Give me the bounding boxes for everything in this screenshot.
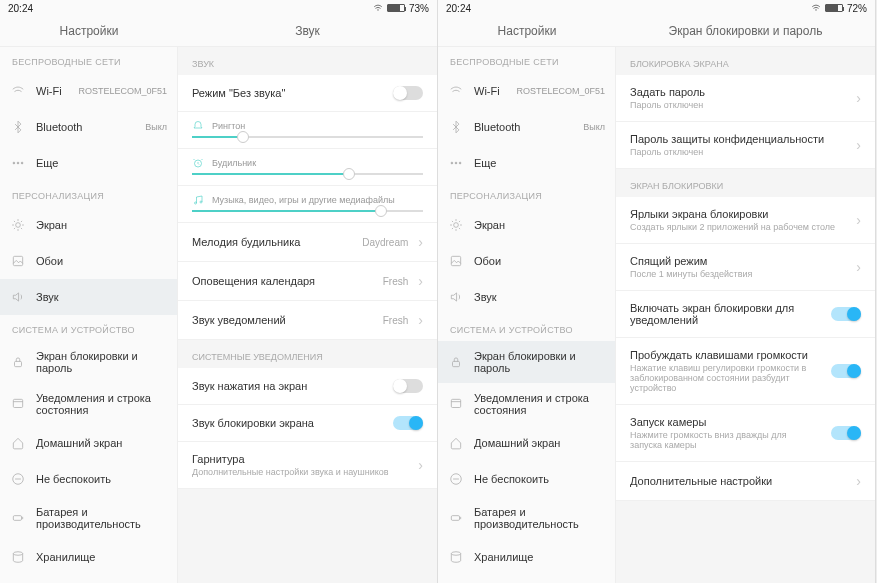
- launch-camera-row[interactable]: Запуск камерыНажмите громкость вниз дваж…: [616, 405, 875, 462]
- sidebar-item-lockscreen[interactable]: Экран блокировки и пароль: [0, 341, 177, 383]
- wake-volume-toggle[interactable]: [831, 364, 861, 378]
- notif-sound-row[interactable]: Звук уведомлений Fresh ›: [178, 301, 437, 340]
- additional-settings-row[interactable]: Дополнительные настройки ›: [616, 462, 875, 501]
- wifi-icon: [811, 3, 821, 13]
- svg-point-1: [17, 162, 19, 164]
- sidebar-item-bluetooth[interactable]: Bluetooth Выкл: [0, 109, 177, 145]
- wake-notif-row[interactable]: Включать экран блокировки для уведомлени…: [616, 291, 875, 338]
- lock-icon: [448, 354, 464, 370]
- wifi-icon: [10, 83, 26, 99]
- wake-notif-toggle[interactable]: [831, 307, 861, 321]
- headset-row[interactable]: ГарнитураДополнительные настройки звука …: [178, 442, 437, 489]
- battery-icon: [825, 4, 843, 12]
- chevron-right-icon: ›: [856, 90, 861, 106]
- svg-rect-8: [13, 516, 21, 521]
- alarm-slider-row[interactable]: Будильник: [178, 149, 437, 186]
- detail-title: Экран блокировки и пароль: [616, 16, 875, 46]
- chevron-right-icon: ›: [856, 259, 861, 275]
- detail-pane-sound: ЗВУК Режим "Без звука" Рингтон Будильник…: [178, 47, 437, 583]
- wallpaper-icon: [10, 253, 26, 269]
- sidebar-item-wifi[interactable]: Wi-Fi ROSTELECOM_0F51: [438, 73, 615, 109]
- launch-camera-toggle[interactable]: [831, 426, 861, 440]
- status-time: 20:24: [8, 3, 33, 14]
- sidebar-item-wifi[interactable]: Wi-Fi ROSTELECOM_0F51: [0, 73, 177, 109]
- settings-sidebar[interactable]: БЕСПРОВОДНЫЕ СЕТИ Wi-Fi ROSTELECOM_0F51 …: [438, 47, 616, 583]
- svg-rect-18: [451, 399, 460, 407]
- display-icon: [448, 217, 464, 233]
- sidebar-item-battery[interactable]: Батарея и производительность: [0, 497, 177, 539]
- sidebar-item-homescreen[interactable]: Домашний экран: [438, 425, 615, 461]
- slider-thumb[interactable]: [343, 168, 355, 180]
- storage-icon: [10, 549, 26, 565]
- sound-icon: [448, 289, 464, 305]
- chevron-right-icon: ›: [856, 137, 861, 153]
- detail-pane-lockscreen: БЛОКИРОВКА ЭКРАНА Задать парольПароль от…: [616, 47, 875, 583]
- sidebar-item-storage[interactable]: Хранилище: [438, 539, 615, 575]
- lockscreen-sound-row[interactable]: Звук блокировки экрана: [178, 405, 437, 442]
- sidebar-item-more[interactable]: Еще: [438, 145, 615, 181]
- calendar-alerts-row[interactable]: Оповещения календаря Fresh ›: [178, 262, 437, 301]
- ringtone-slider-row[interactable]: Рингтон: [178, 112, 437, 149]
- sidebar-item-display[interactable]: Экран: [0, 207, 177, 243]
- dnd-icon: [448, 471, 464, 487]
- sidebar-item-display[interactable]: Экран: [438, 207, 615, 243]
- sidebar-item-bluetooth[interactable]: Bluetooth Выкл: [438, 109, 615, 145]
- svg-point-9: [13, 552, 22, 556]
- bluetooth-icon: [10, 119, 26, 135]
- sidebar-item-additional[interactable]: Дополнительно: [0, 575, 177, 583]
- section-lockscreen: ЭКРАН БЛОКИРОВКИ: [616, 169, 875, 197]
- dnd-icon: [10, 471, 26, 487]
- nav-title: Настройки: [438, 16, 616, 46]
- svg-rect-6: [13, 399, 22, 407]
- slider-thumb[interactable]: [375, 205, 387, 217]
- settings-sidebar[interactable]: БЕСПРОВОДНЫЕ СЕТИ Wi-Fi ROSTELECOM_0F51 …: [0, 47, 178, 583]
- sidebar-item-notifications[interactable]: Уведомления и строка состояния: [438, 383, 615, 425]
- media-slider-row[interactable]: Музыка, видео, игры и другие медиафайлы: [178, 186, 437, 223]
- svg-point-13: [455, 162, 457, 164]
- svg-point-2: [21, 162, 23, 164]
- wallpaper-icon: [448, 253, 464, 269]
- tap-sound-toggle[interactable]: [393, 379, 423, 393]
- section-personalization: ПЕРСОНАЛИЗАЦИЯ: [0, 181, 177, 207]
- sleep-row[interactable]: Спящий режимПосле 1 минуты бездействия ›: [616, 244, 875, 291]
- chevron-right-icon: ›: [418, 234, 423, 250]
- silent-mode-toggle[interactable]: [393, 86, 423, 100]
- sidebar-item-battery[interactable]: Батарея и производительность: [438, 497, 615, 539]
- sound-icon: [10, 289, 26, 305]
- tap-sound-row[interactable]: Звук нажатия на экран: [178, 368, 437, 405]
- svg-rect-16: [451, 256, 460, 265]
- section-sysnotif: СИСТЕМНЫЕ УВЕДОМЛЕНИЯ: [178, 340, 437, 368]
- sidebar-item-storage[interactable]: Хранилище: [0, 539, 177, 575]
- sidebar-item-dnd[interactable]: Не беспокоить: [0, 461, 177, 497]
- sidebar-item-wallpaper[interactable]: Обои: [438, 243, 615, 279]
- section-system: СИСТЕМА И УСТРОЙСТВО: [438, 315, 615, 341]
- shortcuts-row[interactable]: Ярлыки экрана блокировкиСоздать ярлыки 2…: [616, 197, 875, 244]
- sidebar-item-homescreen[interactable]: Домашний экран: [0, 425, 177, 461]
- sidebar-item-more[interactable]: Еще: [0, 145, 177, 181]
- wake-volume-row[interactable]: Пробуждать клавишами громкостиНажатие кл…: [616, 338, 875, 405]
- slider-thumb[interactable]: [237, 131, 249, 143]
- lock-icon: [10, 354, 26, 370]
- svg-point-3: [16, 223, 21, 228]
- silent-mode-row[interactable]: Режим "Без звука": [178, 75, 437, 112]
- sidebar-item-additional[interactable]: Дополнительно: [438, 575, 615, 583]
- chevron-right-icon: ›: [856, 212, 861, 228]
- sidebar-item-notifications[interactable]: Уведомления и строка состояния: [0, 383, 177, 425]
- sidebar-item-lockscreen[interactable]: Экран блокировки и пароль: [438, 341, 615, 383]
- sidebar-item-dnd[interactable]: Не беспокоить: [438, 461, 615, 497]
- lockscreen-sound-toggle[interactable]: [393, 416, 423, 430]
- battery-pct: 73%: [409, 3, 429, 14]
- battery-icon: [10, 510, 26, 526]
- privacy-password-row[interactable]: Пароль защиты конфиденциальностиПароль о…: [616, 122, 875, 169]
- svg-point-12: [451, 162, 453, 164]
- set-password-row[interactable]: Задать парольПароль отключен ›: [616, 75, 875, 122]
- svg-rect-5: [15, 361, 22, 366]
- sidebar-item-sound[interactable]: Звук: [438, 279, 615, 315]
- section-wireless: БЕСПРОВОДНЫЕ СЕТИ: [438, 47, 615, 73]
- sidebar-item-wallpaper[interactable]: Обои: [0, 243, 177, 279]
- screen-right: 20:24 72% Настройки Экран блокировки и п…: [438, 0, 876, 583]
- sidebar-item-sound[interactable]: Звук: [0, 279, 177, 315]
- ringtone-icon: [192, 120, 204, 132]
- alarm-melody-row[interactable]: Мелодия будильника Daydream ›: [178, 223, 437, 262]
- home-icon: [448, 435, 464, 451]
